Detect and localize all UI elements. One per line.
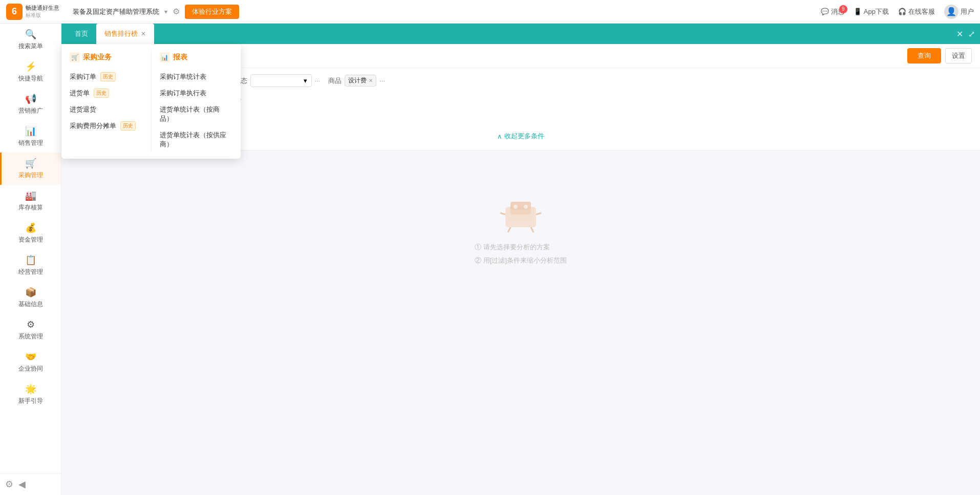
empty-tip-2: ② 用[过滤]条件来缩小分析范围	[475, 254, 567, 267]
purchase-in-label: 进货单	[70, 89, 90, 98]
topbar-settings-icon[interactable]: ⚙	[173, 7, 180, 16]
tab-home[interactable]: 首页	[67, 24, 96, 44]
order-stat-label: 采购订单统计表	[160, 72, 206, 81]
menu-item-order-exec[interactable]: 采购订单执行表	[160, 85, 233, 101]
sidebar-label-system: 系统管理	[18, 332, 43, 341]
purchase-order-label: 采购订单	[70, 72, 96, 81]
bullet-1: ①	[475, 243, 483, 251]
menu-item-in-stat-supplier[interactable]: 进货单统计表（按供应商）	[160, 127, 233, 153]
menu-item-purchase-return[interactable]: 进货退货	[70, 101, 143, 118]
inventory-icon: 🏭	[25, 190, 36, 201]
fullscreen-icon[interactable]: ⤢	[968, 29, 975, 39]
sidebar-item-enterprise[interactable]: 🤝 企业协同	[0, 346, 61, 378]
sidebar-item-basic[interactable]: 📦 基础信息	[0, 282, 61, 314]
report-section-icon: 📊	[160, 52, 170, 62]
empty-tip: ① 请先选择要分析的方案 ② 用[过滤]条件来缩小分析范围	[475, 241, 567, 267]
user-label: 用户	[961, 7, 974, 16]
settings-button[interactable]: 设置	[945, 48, 972, 63]
tab-home-label: 首页	[75, 29, 88, 38]
headset-icon: 🎧	[898, 8, 906, 15]
sidebar-item-operations[interactable]: 📋 经营管理	[0, 249, 61, 282]
svg-line-8	[536, 213, 541, 214]
sidebar-item-system[interactable]: ⚙ 系统管理	[0, 314, 61, 346]
tab-close-icon[interactable]: ✕	[141, 30, 146, 37]
menu-item-in-stat-goods[interactable]: 进货单统计表（按商品）	[160, 101, 233, 127]
settings-bottom-icon[interactable]: ⚙	[5, 479, 13, 490]
tab-sales-rank-label: 销售排行榜	[104, 29, 138, 38]
purchase-expense-history: 历史	[120, 121, 136, 131]
purchase-menu-section: 🛒 采购业务 采购订单 历史 进货单 历史 进货退货 采购费用分摊单 历史	[61, 50, 151, 153]
svg-line-7	[500, 213, 505, 214]
in-stat-goods-label: 进货单统计表（按商品）	[160, 105, 233, 123]
goods-label: 商品	[328, 76, 342, 85]
menu-item-order-stat[interactable]: 采购订单统计表	[160, 69, 233, 85]
collapse-sidebar-icon[interactable]: ◀	[18, 479, 26, 490]
notifications-button[interactable]: 💬 消息 9	[821, 7, 844, 16]
sidebar-item-finance[interactable]: 💰 资金管理	[0, 217, 61, 249]
enterprise-icon: 🤝	[25, 351, 36, 362]
top-right: 💬 消息 9 📱 App下载 🎧 在线客服 👤 用户	[821, 5, 974, 19]
quick-icon: ⚡	[25, 61, 36, 72]
report-section-label: 报表	[173, 53, 187, 62]
sidebar-item-marketing[interactable]: 📢 营销推广	[0, 88, 61, 120]
basic-icon: 📦	[25, 287, 36, 298]
empty-state: ① 请先选择要分析的方案 ② 用[过滤]条件来缩小分析范围	[61, 150, 980, 308]
sidebar-label-newbie: 新手引导	[18, 397, 43, 405]
sales-icon: 📊	[25, 125, 36, 137]
purchase-section-title: 🛒 采购业务	[70, 50, 143, 62]
search-icon: 🔍	[25, 29, 36, 40]
tab-bar: 首页 销售排行榜 ✕ ✕ ⤢	[61, 24, 980, 44]
bill-status-more[interactable]: ···	[315, 77, 321, 84]
collapse-up-icon: ∧	[497, 133, 502, 140]
app-label: App下载	[864, 7, 889, 16]
sidebar-item-quick[interactable]: ⚡ 快捷导航	[0, 56, 61, 88]
logo-text-block: 畅捷通好生意 标准版	[26, 4, 59, 18]
service-label: 在线客服	[908, 7, 935, 16]
sidebar-item-inventory[interactable]: 🏭 库存核算	[0, 185, 61, 217]
app-download-button[interactable]: 📱 App下载	[854, 7, 889, 16]
sidebar-label-operations: 经营管理	[18, 268, 43, 276]
menu-item-purchase-expense[interactable]: 采购费用分摊单 历史	[70, 118, 143, 134]
sys-title: 装备及固定资产辅助管理系统	[73, 7, 159, 16]
bill-status-select[interactable]: ▾	[250, 74, 312, 87]
menu-item-purchase-in[interactable]: 进货单 历史	[70, 85, 143, 101]
tip-text-2: 用[过滤]条件来缩小分析范围	[483, 256, 567, 264]
phone-icon: 📱	[854, 8, 862, 15]
sidebar-label-basic: 基础信息	[18, 300, 43, 309]
operations-icon: 📋	[25, 254, 36, 266]
finance-icon: 💰	[25, 222, 36, 233]
sidebar-item-search[interactable]: 🔍 搜索菜单	[0, 24, 61, 56]
goods-tag-close[interactable]: ✕	[369, 78, 373, 83]
sidebar-label-purchase: 采购管理	[18, 171, 43, 180]
goods-more[interactable]: ···	[379, 77, 385, 84]
sidebar-label-marketing: 营销推广	[18, 106, 43, 115]
user-menu[interactable]: 👤 用户	[944, 5, 974, 19]
svg-point-3	[524, 205, 528, 209]
purchase-dropdown-menu: 🛒 采购业务 采购订单 历史 进货单 历史 进货退货 采购费用分摊单 历史 📊 …	[61, 44, 241, 159]
svg-line-5	[508, 227, 510, 232]
purchase-return-label: 进货退货	[70, 105, 96, 114]
close-window-icon[interactable]: ✕	[956, 29, 963, 39]
menu-item-purchase-order[interactable]: 采购订单 历史	[70, 69, 143, 85]
sidebar-label-sales: 销售管理	[18, 139, 43, 147]
notifications-badge: 9	[839, 5, 847, 13]
sidebar-bottom: ⚙ ◀	[0, 473, 61, 495]
purchase-section-icon: 🛒	[70, 52, 80, 62]
sidebar-item-sales[interactable]: 📊 销售管理	[0, 120, 61, 153]
experience-button[interactable]: 体验行业方案	[185, 5, 239, 19]
system-icon: ⚙	[27, 319, 35, 330]
collapse-label: 收起更多条件	[504, 132, 544, 141]
goods-tag-value: 设计费	[348, 76, 367, 85]
query-button[interactable]: 查询	[907, 48, 941, 63]
sidebar-label-search: 搜索菜单	[18, 42, 43, 51]
sidebar-item-purchase[interactable]: 🛒 采购管理	[0, 153, 61, 185]
tab-sales-rank[interactable]: 销售排行榜 ✕	[96, 24, 154, 44]
svg-line-6	[531, 227, 534, 232]
online-service-button[interactable]: 🎧 在线客服	[898, 7, 935, 16]
in-stat-supplier-label: 进货单统计表（按供应商）	[160, 131, 233, 149]
purchase-expense-label: 采购费用分摊单	[70, 121, 116, 131]
report-section-title: 📊 报表	[160, 50, 233, 62]
purchase-section-label: 采购业务	[83, 53, 112, 62]
sidebar-item-newbie[interactable]: 🌟 新手引导	[0, 378, 61, 411]
sys-dropdown-arrow[interactable]: ▾	[164, 8, 167, 15]
